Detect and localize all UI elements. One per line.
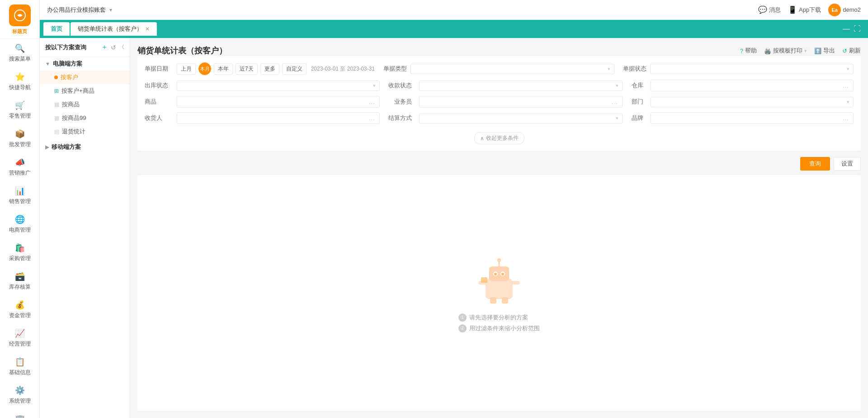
collapse-label: 收起更多条件 (486, 134, 519, 142)
out-status-select[interactable]: ▾ (177, 81, 380, 91)
svg-point-6 (501, 273, 504, 276)
sidebar-item-enterprise[interactable]: 🏢 企业协同 (0, 409, 39, 418)
print-btn[interactable]: 🖨️ 按模板打印 ▾ (764, 47, 807, 55)
app-download-btn[interactable]: 📱 App下载 (788, 5, 821, 14)
tab-sales-stats[interactable]: 销货单统计表（按客户） ✕ (71, 22, 157, 36)
export-btn[interactable]: ⬆️ 导出 (814, 47, 835, 55)
empty-tips: ① 请先选择要分析的方案 ② 用过滤条件来缩小分析范围 (458, 314, 540, 332)
recipient-dots-icon[interactable]: … (368, 114, 376, 122)
sidebar-item-basic[interactable]: 📋 基础信息 (0, 352, 39, 381)
refresh-scheme-btn[interactable]: ↺ (111, 44, 116, 51)
message-btn[interactable]: 💬 消息 (758, 5, 781, 14)
tree-node-by-product-99[interactable]: ▦ 按商品99 (40, 111, 130, 125)
tree-node-by-product[interactable]: ▦ 按商品 (40, 98, 130, 111)
tab-home[interactable]: 首页 (43, 22, 70, 36)
settings-button[interactable]: 设置 (834, 157, 861, 171)
svg-point-8 (497, 258, 501, 262)
warehouse-select[interactable]: … (651, 80, 854, 91)
tree-node-by-customer[interactable]: 按客户 (40, 71, 130, 84)
empty-tip-1: ① 请先选择要分析的方案 (458, 314, 540, 322)
query-button[interactable]: 查询 (800, 157, 830, 171)
payment-method-select[interactable]: ▾ (419, 113, 622, 124)
warehouse-dots-icon[interactable]: … (842, 82, 849, 89)
sidebar-item-wholesale[interactable]: 📦 批发管理 (0, 124, 39, 153)
sidebar-item-sales[interactable]: 📊 销售管理 (0, 181, 39, 210)
topbar-right: 💬 消息 📱 App下载 Ea demo2 (758, 4, 861, 16)
sidebar-item-finance[interactable]: 💰 资金管理 (0, 295, 39, 324)
tab-close-icon[interactable]: ✕ (145, 26, 150, 32)
sidebar-item-label: 电商管理 (9, 226, 31, 234)
purchase-icon: 🛍️ (15, 243, 25, 253)
dept-select[interactable]: ▾ (651, 97, 854, 107)
download-icon: 📱 (788, 5, 797, 14)
left-panel: 按以下方案查询 ＋ ↺ 《 ▼ 电脑端方案 按客户 ⊞ 按客户+商品 (40, 38, 130, 418)
message-icon: 💬 (758, 5, 767, 14)
date-btn-7days[interactable]: 近7天 (236, 63, 258, 75)
sidebar-item-shortcuts[interactable]: ⭐ 快捷导航 (0, 67, 39, 96)
tree-mobile-group[interactable]: ▶ 移动端方案 (40, 140, 130, 154)
topbar-title: 办公用品行业模拟账套 (47, 6, 106, 14)
product-select[interactable]: … (177, 96, 380, 108)
tree-expand-icon: ▼ (45, 61, 50, 66)
sales-icon: 📊 (15, 186, 25, 196)
ecommerce-icon: 🌐 (15, 214, 25, 224)
topbar: 办公用品行业模拟账套 ▾ 💬 消息 📱 App下载 Ea demo2 (40, 0, 868, 20)
sidebar-item-inventory[interactable]: 🗃️ 库存核算 (0, 267, 39, 295)
sidebar-item-system[interactable]: ⚙️ 系统管理 (0, 381, 39, 409)
tree-node-return-stats[interactable]: ▤ 退货统计 (40, 125, 130, 138)
brand-select[interactable]: … (651, 112, 854, 124)
order-type-select[interactable]: ▾ (410, 64, 614, 74)
sales-rep-dots-icon[interactable]: … (611, 98, 618, 105)
user-menu[interactable]: Ea demo2 (828, 4, 861, 16)
brand-dots-icon[interactable]: … (842, 114, 849, 122)
left-panel-header: 按以下方案查询 ＋ ↺ 《 (40, 38, 130, 57)
help-btn[interactable]: ? 帮助 (740, 47, 757, 55)
tree-node-by-customer-product[interactable]: ⊞ 按客户+商品 (40, 84, 130, 98)
empty-tip-2: ② 用过滤条件来缩小分析范围 (458, 324, 540, 332)
logo-text: 标题页 (12, 28, 27, 35)
add-scheme-btn[interactable]: ＋ (101, 43, 108, 52)
sidebar-item-marketing[interactable]: 📣 营销推广 (0, 153, 39, 181)
tip-text-2: 用过滤条件来缩小分析范围 (469, 324, 540, 332)
sidebar-logo: 标题页 (0, 0, 39, 39)
topbar-arrow-icon[interactable]: ▾ (109, 7, 112, 13)
date-btn-custom[interactable]: 自定义 (282, 63, 307, 75)
collapse-bar: ∧ 收起更多条件 (145, 128, 854, 144)
order-status-select[interactable]: ▾ (650, 64, 854, 74)
date-btn-this-month[interactable]: 本月 (198, 62, 211, 75)
product-dots-icon[interactable]: … (368, 98, 376, 105)
sidebar-item-search[interactable]: 🔍 搜索菜单 (0, 39, 39, 67)
date-btn-last-month[interactable]: 上月 (177, 63, 196, 75)
tree-collapse-icon: ▶ (45, 144, 49, 150)
sidebar-item-label: 采购管理 (9, 255, 31, 262)
tree-pc-group[interactable]: ▼ 电脑端方案 (40, 57, 130, 71)
export-icon: ⬆️ (814, 48, 821, 54)
filter-row-2: 出库状态 ▾ 收款状态 ▾ 仓库 … (145, 80, 854, 91)
sidebar-item-retail[interactable]: 🛒 零售管理 (0, 96, 39, 124)
collapse-more-btn[interactable]: ∧ 收起更多条件 (474, 132, 524, 144)
refresh-btn[interactable]: ↺ 刷新 (842, 47, 861, 55)
date-btn-more[interactable]: 更多 (260, 63, 279, 75)
maximize-icon[interactable]: ⛶ (854, 25, 861, 33)
sales-rep-select[interactable]: … (419, 96, 622, 108)
tree-node-label: 按客户 (61, 73, 78, 81)
sidebar-item-operations[interactable]: 📈 经营管理 (0, 324, 39, 352)
tree-node-label: 按商品 (62, 100, 80, 109)
minimize-icon[interactable]: — (843, 25, 850, 33)
sidebar-item-label: 库存核算 (9, 283, 31, 291)
order-status-arrow-icon: ▾ (847, 66, 849, 72)
tree-pc-label: 电脑端方案 (53, 60, 82, 68)
sidebar-item-label: 系统管理 (9, 397, 31, 405)
tabbar-actions: — ⛶ (843, 25, 864, 33)
date-btn-this-year[interactable]: 本年 (214, 63, 233, 75)
collapse-panel-btn[interactable]: 《 (119, 43, 124, 51)
sidebar-item-label: 批发管理 (9, 141, 31, 148)
marketing-icon: 📣 (15, 157, 25, 167)
svg-point-5 (494, 273, 497, 276)
recipient-select[interactable]: … (177, 112, 380, 124)
sidebar-item-ecommerce[interactable]: 🌐 电商管理 (0, 210, 39, 238)
export-label: 导出 (823, 47, 835, 55)
recipient-label: 收货人 (145, 114, 170, 122)
sidebar-item-purchase[interactable]: 🛍️ 采购管理 (0, 238, 39, 267)
receipt-status-select[interactable]: ▾ (419, 81, 622, 91)
